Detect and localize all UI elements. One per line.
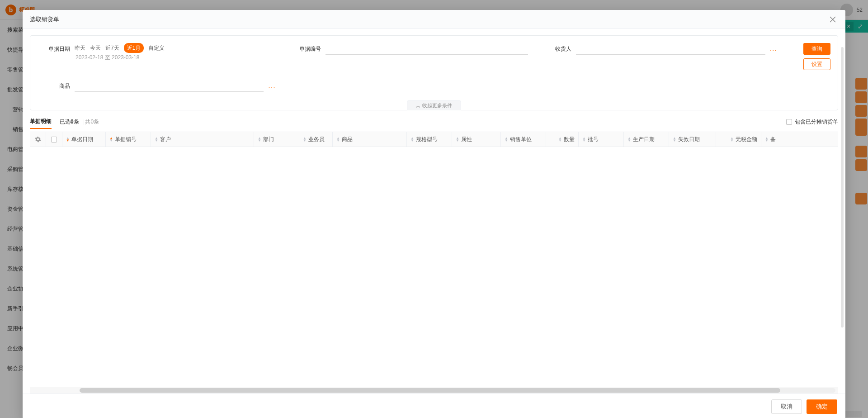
column-header-attr[interactable]: ▲▼属性 bbox=[452, 132, 501, 147]
column-label: 客户 bbox=[160, 136, 171, 143]
column-header-code[interactable]: ▲▼单据编号 bbox=[106, 132, 151, 147]
column-label: 失效日期 bbox=[678, 136, 700, 143]
sort-icon[interactable]: ▲▼ bbox=[410, 137, 414, 142]
filter-receiver-label: 收货人 bbox=[539, 43, 576, 55]
column-header-dept[interactable]: ▲▼部门 bbox=[254, 132, 299, 147]
confirm-button[interactable]: 确定 bbox=[807, 399, 837, 414]
modal-scroll-thumb[interactable] bbox=[841, 47, 844, 328]
filter-code-input[interactable] bbox=[326, 43, 528, 55]
column-label: 无税金额 bbox=[736, 136, 757, 143]
table-header: ▲▼单据日期▲▼单据编号▲▼客户▲▼部门▲▼业务员▲▼商品▲▼规格型号▲▼属性▲… bbox=[30, 132, 838, 147]
modal-body: 单据日期 昨天 今天 近7天 近1月 自定义 2023-02-18 至 2023… bbox=[23, 29, 845, 394]
sort-icon[interactable]: ▲▼ bbox=[303, 137, 307, 142]
column-label: 生产日期 bbox=[633, 136, 655, 143]
column-label: 单据编号 bbox=[115, 136, 137, 143]
column-header-salesman[interactable]: ▲▼业务员 bbox=[299, 132, 333, 147]
column-label: 商品 bbox=[342, 136, 353, 143]
sort-icon[interactable]: ▲▼ bbox=[765, 137, 769, 142]
column-header-prod_date[interactable]: ▲▼生产日期 bbox=[624, 132, 669, 147]
filter-code: 单据编号 bbox=[288, 43, 528, 55]
chevron-up-icon: ︽ bbox=[416, 103, 420, 109]
include-dispatched-checkbox[interactable] bbox=[786, 119, 792, 125]
column-header-batch[interactable]: ▲▼批号 bbox=[579, 132, 624, 147]
column-label: 业务员 bbox=[308, 136, 325, 143]
column-header-qty[interactable]: ▲▼数量 bbox=[546, 132, 579, 147]
date-range-display: 2023-02-18 至 2023-03-18 bbox=[75, 54, 278, 62]
filter-receiver: 收货人 ··· bbox=[539, 43, 779, 55]
column-header-customer[interactable]: ▲▼客户 bbox=[151, 132, 254, 147]
sort-icon[interactable]: ▲▼ bbox=[109, 137, 113, 142]
filter-receiver-input[interactable] bbox=[576, 43, 765, 55]
column-label: 数量 bbox=[564, 136, 575, 143]
close-icon[interactable] bbox=[827, 14, 838, 25]
column-header-amount[interactable]: ▲▼无税金额 bbox=[716, 132, 761, 147]
column-header-expire[interactable]: ▲▼失效日期 bbox=[669, 132, 716, 147]
modal-footer: 取消 确定 bbox=[23, 394, 845, 418]
select-all-checkbox[interactable] bbox=[51, 137, 57, 142]
selected-count: 已选0条 | 共0条 bbox=[60, 118, 99, 126]
column-header-spec[interactable]: ▲▼规格型号 bbox=[407, 132, 452, 147]
column-label: 规格型号 bbox=[416, 136, 438, 143]
search-button[interactable]: 查询 bbox=[803, 43, 830, 55]
column-header-unit[interactable]: ▲▼销售单位 bbox=[501, 132, 546, 147]
filter-button-column: 查询 设置 bbox=[790, 43, 830, 70]
sort-icon[interactable]: ▲▼ bbox=[155, 137, 158, 142]
column-header-product[interactable]: ▲▼商品 bbox=[333, 132, 407, 147]
modal-vertical-scrollbar[interactable] bbox=[840, 29, 844, 394]
column-header-remark[interactable]: ▲▼备 bbox=[761, 132, 779, 147]
filter-product-label: 商品 bbox=[38, 80, 75, 92]
collapse-filters-toggle[interactable]: ︽ 收起更多条件 bbox=[407, 100, 461, 110]
sort-icon[interactable]: ▲▼ bbox=[258, 137, 261, 142]
column-label: 批号 bbox=[588, 136, 599, 143]
modal-title: 选取销货单 bbox=[30, 15, 59, 24]
gear-icon bbox=[35, 136, 41, 142]
filter-product-input[interactable] bbox=[75, 80, 264, 92]
date-preset-last7[interactable]: 近7天 bbox=[105, 43, 119, 52]
sort-icon[interactable]: ▲▼ bbox=[730, 137, 734, 142]
sort-icon[interactable]: ▲▼ bbox=[558, 137, 562, 142]
date-preset-yesterday[interactable]: 昨天 bbox=[75, 43, 85, 52]
sort-icon[interactable]: ▲▼ bbox=[505, 137, 508, 142]
column-label: 销售单位 bbox=[510, 136, 532, 143]
filter-code-label: 单据编号 bbox=[288, 43, 326, 55]
results-table: ▲▼单据日期▲▼单据编号▲▼客户▲▼部门▲▼业务员▲▼商品▲▼规格型号▲▼属性▲… bbox=[30, 132, 838, 394]
filter-panel: 单据日期 昨天 今天 近7天 近1月 自定义 2023-02-18 至 2023… bbox=[30, 35, 838, 110]
collapse-label: 收起更多条件 bbox=[422, 102, 452, 109]
sort-icon[interactable]: ▲▼ bbox=[336, 137, 340, 142]
cancel-button[interactable]: 取消 bbox=[771, 399, 802, 414]
sort-icon[interactable]: ▲▼ bbox=[582, 137, 586, 142]
filter-date: 单据日期 昨天 今天 近7天 近1月 自定义 2023-02-18 至 2023… bbox=[38, 43, 278, 62]
modal-overlay: 选取销货单 单据日期 昨天 今天 近7天 近 bbox=[0, 0, 868, 418]
total-count: | 共0条 bbox=[82, 119, 99, 125]
select-sales-order-modal: 选取销货单 单据日期 昨天 今天 近7天 近 bbox=[23, 10, 845, 418]
tab-row: 单据明细 已选0条 | 共0条 包含已分摊销货单 bbox=[30, 115, 838, 129]
table-scroll-thumb[interactable] bbox=[80, 388, 780, 393]
modal-header: 选取销货单 bbox=[23, 10, 845, 29]
table-horizontal-scrollbar[interactable] bbox=[30, 387, 838, 394]
column-header-date[interactable]: ▲▼单据日期 bbox=[62, 132, 106, 147]
receiver-more-icon[interactable]: ··· bbox=[768, 47, 779, 55]
column-header-gear[interactable] bbox=[30, 132, 46, 147]
sort-icon[interactable]: ▲▼ bbox=[627, 137, 631, 142]
table-body-empty bbox=[30, 147, 838, 387]
filter-date-label: 单据日期 bbox=[38, 43, 75, 55]
settings-button[interactable]: 设置 bbox=[803, 58, 830, 70]
sort-icon[interactable]: ▲▼ bbox=[456, 137, 459, 142]
date-preset-custom[interactable]: 自定义 bbox=[148, 43, 165, 52]
column-label: 单据日期 bbox=[71, 136, 93, 143]
date-preset-today[interactable]: 今天 bbox=[90, 43, 101, 52]
sort-icon[interactable]: ▲▼ bbox=[673, 137, 676, 142]
filter-product: 商品 ··· bbox=[38, 80, 278, 92]
tab-detail[interactable]: 单据明细 bbox=[30, 115, 52, 129]
product-more-icon[interactable]: ··· bbox=[266, 84, 277, 92]
date-preset-last1month[interactable]: 近1月 bbox=[124, 43, 144, 53]
column-label: 部门 bbox=[263, 136, 274, 143]
include-dispatched-label: 包含已分摊销货单 bbox=[795, 118, 838, 126]
column-header-chk[interactable] bbox=[46, 132, 62, 147]
column-label: 备 bbox=[770, 136, 776, 143]
column-label: 属性 bbox=[461, 136, 472, 143]
date-preset-group: 昨天 今天 近7天 近1月 自定义 bbox=[75, 43, 278, 53]
sort-icon[interactable]: ▲▼ bbox=[66, 137, 70, 142]
